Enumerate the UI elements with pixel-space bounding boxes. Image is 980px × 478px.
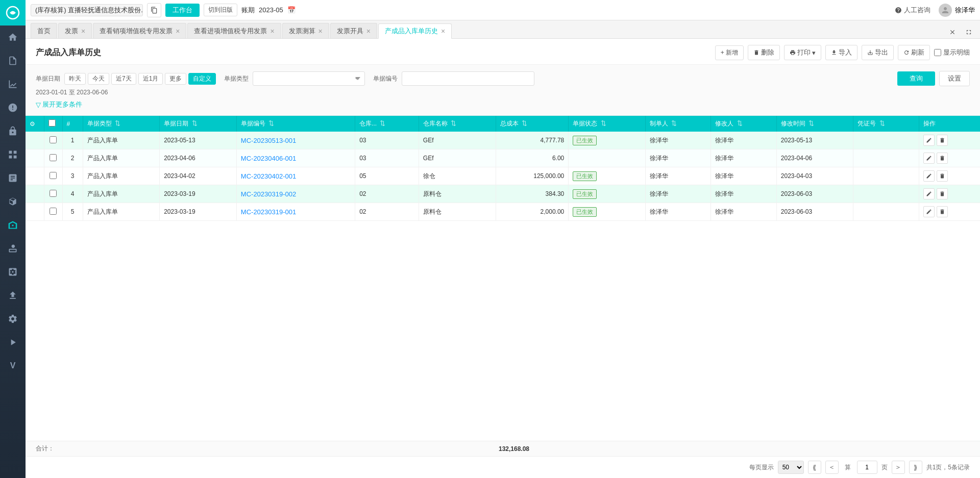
date-btn-more[interactable]: 更多 <box>165 73 186 85</box>
sidebar-item-money[interactable] <box>0 96 26 119</box>
sidebar-item-home[interactable] <box>0 26 26 49</box>
col-settings[interactable]: ⚙ <box>26 116 44 132</box>
tab-check-purchase[interactable]: 查看进项增值税专用发票 × <box>187 23 281 38</box>
tab-home[interactable]: 首页 <box>31 23 57 38</box>
display-toggle-checkbox[interactable] <box>934 49 941 56</box>
date-btn-yesterday[interactable]: 昨天 <box>64 73 86 85</box>
row-checkbox[interactable] <box>50 154 57 161</box>
date-btn-custom[interactable]: 自定义 <box>188 73 216 85</box>
row-delete-btn[interactable] <box>937 170 948 182</box>
tab-check-sales[interactable]: 查看销项增值税专用发票 × <box>93 23 186 38</box>
tab-product-history-close[interactable]: × <box>441 28 445 35</box>
page-size-select[interactable]: 50 20 100 200 <box>778 461 804 474</box>
col-warehouse-code[interactable]: 仓库... ⇅ <box>355 116 419 132</box>
company-selector[interactable]: (库存核算) 直播轻抚通信息技术股份... ▾ <box>31 4 143 16</box>
type-select[interactable] <box>253 71 365 86</box>
row-edit-btn[interactable] <box>923 135 935 146</box>
number-input[interactable] <box>402 71 534 86</box>
col-type[interactable]: 单据类型 ⇅ <box>83 116 160 132</box>
row-check-cell[interactable] <box>44 149 62 167</box>
tab-invoice[interactable]: 发票 × <box>58 23 92 38</box>
tab-invoice-calc[interactable]: 发票测算 × <box>282 23 329 38</box>
delete-button[interactable]: 删除 <box>748 45 780 60</box>
sidebar-item-chart[interactable] <box>0 72 26 96</box>
prev-page-btn[interactable]: ＜ <box>825 461 839 474</box>
sidebar-item-gear[interactable] <box>0 307 26 331</box>
row-delete-btn[interactable] <box>937 206 948 217</box>
query-button[interactable]: 查询 <box>897 71 935 86</box>
first-page-btn[interactable]: ⟪ <box>808 461 821 474</box>
display-toggle[interactable]: 显示明细 <box>934 48 970 57</box>
date-btn-1month[interactable]: 近1月 <box>138 73 163 85</box>
copy-icon-btn[interactable] <box>147 3 161 17</box>
col-modifier[interactable]: 修改人 ⇅ <box>711 116 776 132</box>
tab-maximize-btn[interactable] <box>963 26 975 38</box>
tab-check-purchase-close[interactable]: × <box>270 28 274 35</box>
row-checkbox[interactable] <box>50 172 57 179</box>
refresh-button[interactable]: 刷新 <box>898 45 930 60</box>
app-logo[interactable] <box>0 0 26 26</box>
tab-invoice-open[interactable]: 发票开具 × <box>330 23 377 38</box>
row-delete-btn[interactable] <box>937 153 948 164</box>
col-total-cost[interactable]: 总成本 ⇅ <box>496 116 569 132</box>
row-check-cell[interactable] <box>44 185 62 203</box>
sidebar-item-lock[interactable] <box>0 119 26 143</box>
row-number-link[interactable]: MC-20230402-001 <box>241 172 296 180</box>
last-page-btn[interactable]: ⟫ <box>909 461 922 474</box>
row-check-cell[interactable] <box>44 132 62 149</box>
row-checkbox[interactable] <box>50 190 57 197</box>
row-check-cell[interactable] <box>44 203 62 221</box>
import-button[interactable]: 导入 <box>825 45 857 60</box>
sidebar-item-grid[interactable] <box>0 143 26 166</box>
row-edit-btn[interactable] <box>923 170 935 182</box>
date-btn-today[interactable]: 今天 <box>88 73 109 85</box>
user-menu[interactable]: 徐泽华 <box>939 4 975 17</box>
switch-old-button[interactable]: 切到旧版 <box>204 4 237 16</box>
reset-button[interactable]: 设置 <box>939 71 970 86</box>
sidebar-item-settings2[interactable] <box>0 260 26 284</box>
row-delete-btn[interactable] <box>937 188 948 199</box>
sidebar-item-report[interactable] <box>0 166 26 190</box>
col-voucher[interactable]: 凭证号 ⇅ <box>853 116 919 132</box>
row-checkbox[interactable] <box>50 136 57 143</box>
expand-button[interactable]: ▽ 展开更多条件 <box>36 100 82 109</box>
row-number-link[interactable]: MC-20230513-001 <box>241 137 296 144</box>
row-number-link[interactable]: MC-20230406-001 <box>241 155 296 162</box>
tab-product-history[interactable]: 产成品入库单历史 × <box>378 23 452 39</box>
export-button[interactable]: 导出 <box>862 45 894 60</box>
service-button[interactable]: 人工咨询 <box>895 6 930 15</box>
sidebar-item-stamp[interactable] <box>0 237 26 260</box>
tab-invoice-close[interactable]: × <box>81 28 85 35</box>
row-edit-btn[interactable] <box>923 206 935 217</box>
sidebar-item-box[interactable] <box>0 190 26 213</box>
col-warehouse-name[interactable]: 仓库名称 ⇅ <box>419 116 496 132</box>
sidebar-item-warehouse[interactable] <box>0 213 26 237</box>
row-delete-btn[interactable] <box>937 135 948 146</box>
next-page-btn[interactable]: ＞ <box>892 461 905 474</box>
sidebar-item-play[interactable] <box>0 331 26 354</box>
col-number[interactable]: 单据编号 ⇅ <box>236 116 355 132</box>
col-status[interactable]: 单据状态 ⇅ <box>569 116 646 132</box>
row-edit-btn[interactable] <box>923 188 935 199</box>
tab-close-all-btn[interactable] <box>946 26 959 38</box>
row-number-link[interactable]: MC-20230319-002 <box>241 190 296 198</box>
row-edit-btn[interactable] <box>923 153 935 164</box>
tab-invoice-calc-close[interactable]: × <box>318 28 323 35</box>
col-creator[interactable]: 制单人 ⇅ <box>645 116 710 132</box>
print-button[interactable]: 打印 ▾ <box>784 45 821 60</box>
tab-check-sales-close[interactable]: × <box>176 28 180 35</box>
select-all-checkbox[interactable] <box>48 119 56 127</box>
workbench-button[interactable]: 工作台 <box>165 4 200 17</box>
row-checkbox[interactable] <box>50 208 57 215</box>
date-btn-7days[interactable]: 近7天 <box>111 73 136 85</box>
row-check-cell[interactable] <box>44 167 62 185</box>
sidebar-item-upload[interactable] <box>0 284 26 307</box>
tab-invoice-open-close[interactable]: × <box>366 28 371 35</box>
calendar-icon[interactable]: 📅 <box>287 6 296 14</box>
col-date[interactable]: 单据日期 ⇅ <box>160 116 237 132</box>
sidebar-item-document[interactable] <box>0 49 26 72</box>
page-input[interactable] <box>857 461 877 474</box>
sidebar-item-v[interactable]: V <box>0 354 26 378</box>
col-modify-time[interactable]: 修改时间 ⇅ <box>776 116 853 132</box>
row-number-link[interactable]: MC-20230319-001 <box>241 208 296 216</box>
